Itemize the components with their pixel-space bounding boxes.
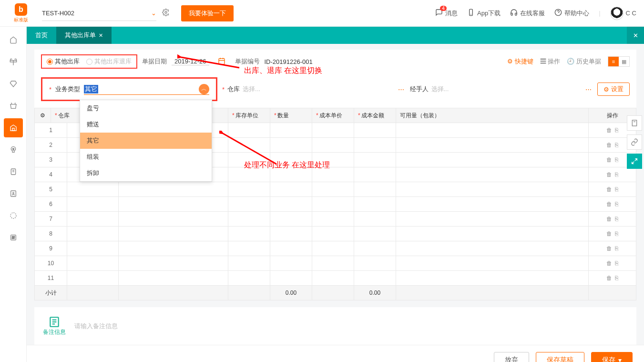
- svg-point-0: [165, 11, 167, 13]
- help-icon: [554, 9, 562, 18]
- logo: b 标准版: [8, 3, 34, 23]
- headset-icon: [510, 9, 518, 18]
- try-button[interactable]: 我要体验一下: [181, 5, 234, 21]
- logo-label: 标准版: [14, 17, 28, 23]
- user-menu[interactable]: C C: [610, 7, 636, 20]
- user-name: C C: [626, 10, 636, 17]
- chevron-down-icon: ⌄: [151, 10, 156, 17]
- org-name: TEST-H002: [42, 10, 74, 17]
- divider: |: [599, 10, 600, 17]
- help-label: 帮助中心: [564, 9, 589, 18]
- avatar: [610, 7, 624, 20]
- app-download-link[interactable]: App下载: [467, 9, 501, 18]
- phone-icon: [467, 9, 475, 18]
- messages-link[interactable]: 4 消息: [435, 9, 458, 18]
- customer-service-label: 在线客服: [520, 9, 545, 18]
- gear-icon[interactable]: [162, 9, 170, 18]
- svg-rect-1: [470, 9, 473, 15]
- help-link[interactable]: 帮助中心: [554, 9, 589, 18]
- logo-icon: b: [15, 3, 27, 16]
- message-badge: 4: [440, 6, 447, 11]
- messages-label: 消息: [445, 9, 458, 18]
- app-download-label: App下载: [477, 9, 501, 18]
- topbar-right: 4 消息 App下载 在线客服 帮助中心 | C C: [435, 7, 636, 20]
- top-bar: b 标准版 TEST-H002 ⌄ 我要体验一下 4 消息 App下载 在线客服…: [0, 0, 644, 27]
- customer-service-link[interactable]: 在线客服: [510, 9, 545, 18]
- org-selector[interactable]: TEST-H002 ⌄: [42, 6, 156, 21]
